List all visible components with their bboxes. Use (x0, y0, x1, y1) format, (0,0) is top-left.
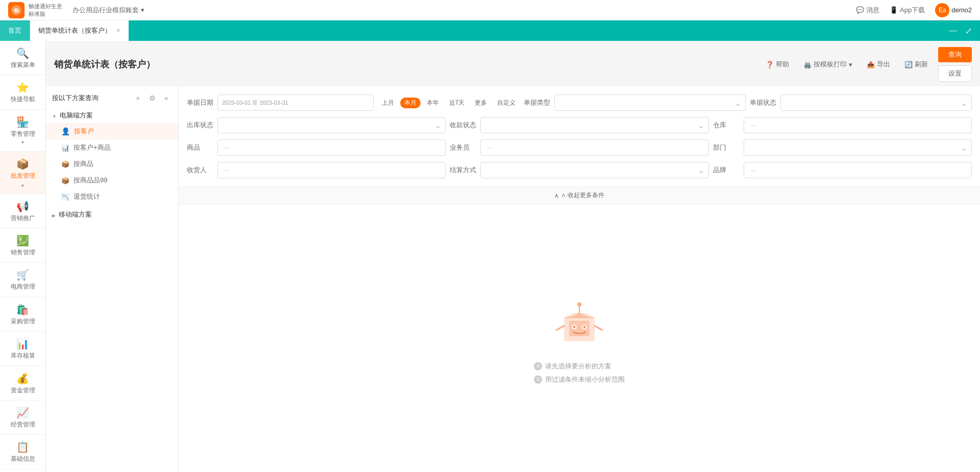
expand-icon (52, 211, 56, 219)
ecommerce-icon: 🛒 (16, 269, 29, 281)
salesperson-input[interactable]: ··· (480, 139, 708, 156)
scheme-item-by-product[interactable]: 📦 按商品 (46, 156, 178, 172)
empty-illustration (549, 290, 610, 351)
collapse-bar[interactable]: ∧ ∧ 收起更多条件 (179, 187, 980, 204)
sidebar-item-basic[interactable]: 📋 基础信息 (0, 435, 45, 469)
department-select[interactable] (744, 139, 972, 156)
app-selector[interactable]: 办公用品行业模拟账套 ▾ (68, 4, 149, 17)
logo-text: 畅捷通好生意 标准版 (29, 3, 62, 17)
chevron-down-icon (961, 98, 967, 108)
date-range-input[interactable]: 2023-03-01 至 2023-03-31 (217, 95, 374, 111)
tab-active[interactable]: 销货单统计表（按客户） × (30, 20, 129, 41)
sidebar-item-system[interactable]: ⚙️ 系统管理 (0, 469, 45, 472)
help-button[interactable]: ❓ 帮助 (762, 58, 793, 71)
sidebar-item-purchase[interactable]: 🛍️ 采购管理 (0, 297, 45, 332)
scheme-item-return-stats[interactable]: 📉 退货统计 (46, 188, 178, 205)
page-actions: ❓ 帮助 🖨️ 按模板打印 ▾ 📤 导出 🔄 刷新 查询 (762, 47, 972, 82)
scheme-item-by-customer[interactable]: 👤 按客户 (46, 123, 178, 139)
message-icon: 💬 (856, 6, 864, 14)
shortcut-last-month[interactable]: 上月 (378, 98, 398, 108)
template-print-button[interactable]: 🖨️ 按模板打印 ▾ (799, 58, 856, 71)
chevron-down-icon: ▾ (141, 6, 144, 14)
filter-row-4: 收货人 ··· 结算方式 (187, 162, 972, 178)
sidebar-item-inventory[interactable]: 📊 库存核算 (0, 332, 45, 366)
sidebar-item-quick-nav[interactable]: ⭐ 快捷导航 (0, 75, 45, 109)
export-icon: 📤 (867, 61, 875, 68)
filter-field-delivery: 出库状态 (187, 117, 446, 133)
tab-bar-actions: — ⤢ (947, 24, 980, 38)
query-button[interactable]: 查询 (938, 47, 972, 62)
more-icon: ··· (750, 166, 756, 174)
shortcut-more[interactable]: 更多 (471, 98, 491, 108)
scheme-panel-header: 按以下方案查询 + ⚙ « (46, 90, 178, 108)
filter-area: 单据日期 2023-03-01 至 2023-03-31 上月 本月 本年 近7… (179, 86, 980, 472)
app-download-action[interactable]: 📱 App下载 (890, 6, 925, 15)
retail-icon: 🏪 (16, 116, 29, 128)
sidebar-item-operations[interactable]: 📈 经营管理 (0, 400, 45, 435)
collapse-icon: ∧ (554, 192, 559, 199)
settlement-select[interactable] (480, 162, 708, 178)
tab-bar: 首页 销货单统计表（按客户） × — ⤢ (0, 20, 980, 41)
sidebar-item-search[interactable]: 🔍 搜索菜单 (0, 41, 45, 75)
tab-close-icon[interactable]: × (116, 27, 120, 34)
sidebar-item-retail[interactable]: 🏪 零售管理 ▾ (0, 110, 45, 152)
product-input[interactable]: ··· (217, 139, 446, 156)
shortcut-this-year[interactable]: 本年 (423, 98, 443, 108)
delivery-status-select[interactable] (217, 117, 446, 133)
add-scheme-button[interactable]: + (132, 92, 143, 104)
scheme-item-by-product-99[interactable]: 📦 按商品品99 (46, 172, 178, 188)
chevron-down-icon (734, 98, 741, 108)
doc-status-select[interactable] (780, 95, 972, 111)
scheme-settings-button[interactable]: ⚙ (146, 92, 158, 104)
tab-home[interactable]: 首页 (0, 20, 30, 41)
chevron-down-icon: ▾ (21, 139, 24, 145)
svg-point-7 (583, 326, 585, 328)
operations-icon: 📈 (16, 407, 29, 419)
refresh-icon: 🔄 (904, 61, 913, 68)
purchase-icon: 🛍️ (16, 303, 29, 316)
user-profile[interactable]: Ea demo2 (935, 3, 972, 17)
page-content: 按以下方案查询 + ⚙ « 电脑端方案 👤 按客户 (46, 86, 980, 472)
sidebar-item-finance[interactable]: 💰 资金管理 (0, 366, 45, 400)
shortcut-custom[interactable]: 自定义 (493, 98, 520, 108)
filter-field-recipient: 收货人 ··· (187, 162, 446, 178)
brand-input[interactable]: ··· (744, 162, 972, 178)
settings-button[interactable]: 设置 (938, 65, 972, 82)
export-button[interactable]: 📤 导出 (863, 58, 894, 71)
recipient-input[interactable]: ··· (217, 162, 446, 178)
sidebar-item-wholesale[interactable]: 📦 批发管理 ▴ (0, 152, 45, 194)
chevron-down-icon (698, 166, 704, 175)
payment-status-select[interactable] (480, 117, 708, 133)
scheme-group-header-desktop[interactable]: 电脑端方案 (46, 108, 178, 123)
message-action[interactable]: 💬 消息 (856, 6, 879, 15)
tab-restore-icon[interactable]: — (947, 24, 959, 37)
scheme-item-customer-product[interactable]: 📊 按客户+商品 (46, 139, 178, 156)
tab-maximize-icon[interactable]: ⤢ (963, 24, 974, 38)
query-settings-buttons: 查询 设置 (938, 47, 972, 82)
shortcut-7days[interactable]: 近7天 (445, 98, 469, 108)
wholesale-icon: 📦 (16, 158, 29, 170)
filter-field-brand: 品牌 ··· (713, 162, 972, 178)
top-header: 畅 畅捷通好生意 标准版 办公用品行业模拟账套 ▾ 💬 消息 📱 App下载 E… (0, 0, 980, 20)
doc-type-select[interactable] (554, 95, 746, 111)
marketing-icon: 📢 (16, 200, 29, 213)
sidebar-item-ecommerce[interactable]: 🛒 电商管理 (0, 263, 45, 297)
sidebar-item-marketing[interactable]: 📢 营销推广 (0, 194, 45, 228)
shortcut-this-month[interactable]: 本月 (400, 98, 421, 108)
collapse-scheme-button[interactable]: « (161, 92, 172, 104)
scheme-group-header-mobile[interactable]: 移动端方案 (46, 207, 178, 222)
filter-form: 单据日期 2023-03-01 至 2023-03-31 上月 本月 本年 近7… (179, 86, 980, 187)
download-icon: 📱 (890, 6, 898, 14)
chevron-down-icon (961, 143, 967, 153)
warehouse-input[interactable]: ··· (744, 117, 972, 133)
refresh-button[interactable]: 🔄 刷新 (900, 58, 932, 71)
date-shortcuts: 上月 本月 本年 近7天 更多 自定义 (378, 98, 520, 108)
empty-tips: ① 请先选择要分析的方案 ② 用过滤条件来缩小分析范围 (534, 360, 625, 386)
filter-field-doc-type: 单据类型 (524, 95, 746, 111)
finance-icon: 💰 (16, 372, 29, 385)
svg-point-6 (573, 326, 575, 328)
sidebar-item-sales[interactable]: 💹 销售管理 (0, 228, 45, 263)
more-icon: ··· (750, 121, 756, 129)
basic-icon: 📋 (16, 441, 29, 453)
scheme-group-mobile: 移动端方案 (46, 207, 178, 222)
